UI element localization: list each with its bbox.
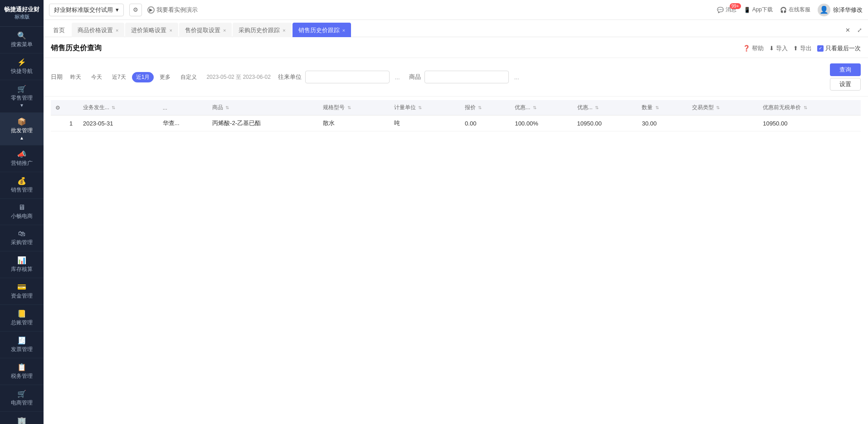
sidebar-item-marketing[interactable]: 📣 营销推广 (0, 145, 44, 172)
sidebar-item-purchase-mgmt[interactable]: 🛍 采购管理 (0, 225, 44, 251)
message-action[interactable]: 💬 消息 99+ (717, 6, 736, 14)
sort-icon-price: ⇅ (478, 105, 482, 110)
online-service-action[interactable]: 🎧 在线客服 (780, 6, 810, 14)
message-icon: 💬 (717, 7, 724, 13)
sidebar-item-label: 总账管理 (11, 319, 33, 327)
date-btn-today[interactable]: 今天 (87, 72, 106, 82)
col-pretax-price[interactable]: 优惠前无税单价 ⇅ (758, 100, 861, 116)
online-service-label: 在线客服 (789, 6, 810, 14)
col-discount1[interactable]: 优惠... ⇅ (510, 100, 572, 116)
col-qty[interactable]: 数量 ⇅ (637, 100, 687, 116)
product-more-btn[interactable]: ... (512, 74, 521, 81)
tax-mgmt-icon: 📋 (17, 363, 26, 371)
row-price-cell: 0.00 (460, 116, 510, 131)
user-info[interactable]: 👤 徐泽华修改 (818, 4, 863, 16)
dropdown-chevron-icon: ▾ (116, 6, 119, 13)
tab-close-purchase-history[interactable]: × (283, 28, 285, 33)
col-spec[interactable]: 规格型号 ⇅ (318, 100, 389, 116)
sidebar-item-quick-nav[interactable]: ⚡ 快捷导航 (0, 53, 44, 80)
search-button[interactable]: 查询 (830, 63, 861, 76)
sidebar-item-tax-mgmt[interactable]: 📋 税务管理 (0, 358, 44, 385)
table-row[interactable]: 1 2023-05-31 华查... 丙烯酸-2-乙基已酯 散水 吨 0.00 … (51, 116, 861, 131)
ecommerce-mgmt-icon: 🛒 (17, 390, 26, 398)
source-unit-label: 往来单位 (278, 73, 302, 81)
logo-subtitle: 标准版 (4, 14, 40, 20)
settings-button[interactable]: 设置 (830, 78, 861, 91)
col-product[interactable]: 商品 ⇅ (208, 100, 318, 116)
sidebar-item-inventory[interactable]: 📊 库存核算 (0, 251, 44, 278)
sort-icon-qty: ⇅ (655, 105, 659, 110)
col-settings[interactable]: ⚙ (51, 100, 65, 116)
quick-nav-icon: ⚡ (17, 58, 26, 67)
app-download-icon: 📱 (744, 7, 751, 13)
sidebar-item-fixed-assets[interactable]: 🏢 固定资产 (0, 412, 44, 424)
sidebar-item-sales-mgmt[interactable]: 💰 销售管理 (0, 172, 44, 199)
sidebar-item-funds-mgmt[interactable]: 💳 资金管理 (0, 278, 44, 305)
col-trans-type[interactable]: 交易类型 ⇅ (688, 100, 758, 116)
date-btn-last1month[interactable]: 近1月 (132, 72, 154, 82)
sidebar-item-retail-mgmt[interactable]: 🛒 零售管理 ▼ (0, 80, 44, 113)
sidebar-item-invoice-mgmt[interactable]: 🧾 发票管理 (0, 332, 44, 358)
col-discount2[interactable]: 优惠... ⇅ (573, 100, 638, 116)
data-table: ⚙ 业务发生... ⇅ ... 商品 ⇅ (51, 100, 861, 131)
col-price[interactable]: 报价 ⇅ (460, 100, 510, 116)
help-link[interactable]: ❓ 帮助 (743, 44, 764, 53)
only-last-checkbox[interactable]: 只看最后一次 (817, 44, 861, 53)
sidebar-item-search-menu[interactable]: 🔍 搜索菜单 (0, 27, 44, 53)
gear-icon: ⚙ (133, 6, 138, 13)
col-more[interactable]: ... (158, 100, 208, 116)
help-label: 帮助 (752, 44, 764, 53)
sort-icon-pretax-price: ⇅ (804, 105, 807, 110)
date-btn-custom[interactable]: 自定义 (176, 72, 201, 82)
date-btn-yesterday[interactable]: 昨天 (66, 72, 85, 82)
col-spec-label: 规格型号 (323, 104, 345, 111)
sort-icon-discount1: ⇅ (533, 105, 536, 110)
product-row: 商品 ... (409, 71, 521, 83)
tab-home[interactable]: 首页 (47, 23, 71, 37)
panel-close-button[interactable]: ✕ (843, 25, 853, 35)
export-link[interactable]: ⬆ 导出 (793, 44, 812, 53)
tab-sale-price-extract[interactable]: 售价提取设置 × (179, 23, 232, 37)
product-input[interactable] (429, 74, 505, 81)
invoice-mgmt-icon: 🧾 (17, 336, 26, 345)
sidebar-item-xiaochangec[interactable]: 🖥 小畅电商 (0, 199, 44, 225)
tab-sales-history[interactable]: 销售历史价跟踪 × (293, 23, 351, 37)
sidebar-item-label: 搜索菜单 (11, 41, 33, 48)
tab-purchase-strategy[interactable]: 进价策略设置 × (125, 23, 178, 37)
import-icon: ⬇ (769, 45, 774, 52)
table-head: ⚙ 业务发生... ⇅ ... 商品 ⇅ (51, 100, 861, 116)
tab-close-product-price[interactable]: × (116, 28, 118, 33)
row-settings-cell (51, 116, 65, 131)
tab-close-sale-price-extract[interactable]: × (223, 28, 226, 33)
topbar-settings-button[interactable]: ⚙ (129, 4, 142, 16)
app-download-action[interactable]: 📱 App下载 (744, 6, 773, 14)
col-row-num (65, 100, 78, 116)
export-icon: ⬆ (793, 45, 798, 52)
tab-close-purchase-strategy[interactable]: × (169, 28, 172, 33)
sidebar-item-wholesale-mgmt[interactable]: 📦 批发管理 ▲ (0, 113, 44, 145)
demo-label: 我要看实例演示 (156, 6, 198, 14)
tab-product-price[interactable]: 商品价格设置 × (72, 23, 124, 37)
close-icon: ✕ (845, 27, 850, 34)
tab-close-sales-history[interactable]: × (342, 28, 345, 33)
source-unit-more-btn[interactable]: ... (393, 74, 402, 81)
import-link[interactable]: ⬇ 导入 (769, 44, 788, 53)
sidebar-item-label: 资金管理 (11, 292, 33, 300)
col-discount2-label: 优惠... (577, 104, 593, 111)
retail-mgmt-icon: 🛒 (17, 85, 26, 93)
source-unit-input[interactable] (309, 74, 385, 81)
sidebar-item-ecommerce-mgmt[interactable]: 🛒 电商管理 (0, 385, 44, 412)
date-search-row: 日期 昨天 今天 近7天 近1月 更多 自定义 2023-05-02 至 202… (51, 72, 271, 82)
export-label: 导出 (800, 44, 812, 53)
sidebar-item-label: 库存核算 (11, 265, 33, 273)
tab-purchase-history[interactable]: 采购历史价跟踪 × (233, 23, 291, 37)
demo-link[interactable]: ▶ 我要看实例演示 (147, 6, 198, 14)
panel-expand-button[interactable]: ⤢ (854, 25, 864, 35)
col-unit[interactable]: 计量单位 ⇅ (390, 100, 460, 116)
business-version-dropdown[interactable]: 好业财标准版交付试用 ▾ (49, 4, 124, 16)
inventory-icon: 📊 (17, 256, 26, 265)
sidebar-item-general-ledger[interactable]: 📒 总账管理 (0, 305, 44, 332)
date-btn-more[interactable]: 更多 (156, 72, 175, 82)
date-btn-last7[interactable]: 近7天 (108, 72, 130, 82)
col-date[interactable]: 业务发生... ⇅ (78, 100, 158, 116)
